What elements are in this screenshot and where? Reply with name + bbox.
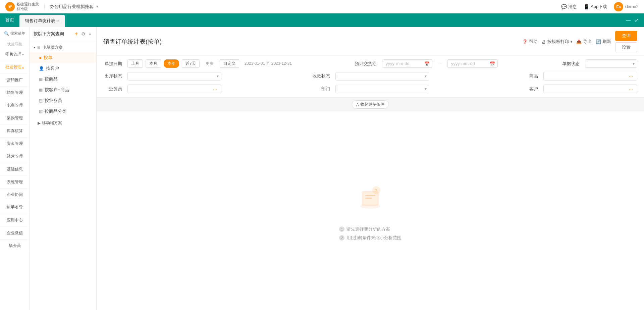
receipt-status-select[interactable] [335,72,429,81]
help-icon: ❓ [522,39,528,44]
query-btn[interactable]: 查询 [615,31,637,41]
scheme-item-product[interactable]: ▦ 按商品 [30,74,96,85]
scheme-item-customer-product[interactable]: ▦ 按客户+商品 [30,85,96,95]
customer-label: 客户 [519,86,538,92]
help-btn[interactable]: ❓ 帮助 [522,39,538,45]
export-btn[interactable]: 📤 导出 [576,39,592,45]
date-btn-thismonth[interactable]: 本月 [146,59,161,68]
scheme-panel-actions: + ⚙ « [74,30,92,38]
sidebar-item-operations[interactable]: 经营管理 [0,150,29,163]
tab-bar-actions: — ⤢ [626,17,639,23]
print-arrow-icon: ▾ [571,40,572,44]
date-btn-more[interactable]: 更多 [202,60,217,67]
settings-btn[interactable]: 设置 [615,42,637,52]
sidebar-item-system[interactable]: 系统管理 [0,176,29,189]
sidebar-item-inventory[interactable]: 库存核算 [0,125,29,138]
date-btn-thisyear[interactable]: 本年 [164,59,179,68]
tab-active[interactable]: 销售订单统计表 × [19,15,65,27]
scheme-item-product-category[interactable]: ▧ 按商品分类 [30,106,96,117]
action-buttons: 查询 设置 [615,31,637,52]
search-menu-btn[interactable]: 🔍 搜索菜单 [3,30,26,37]
sidebar: 🔍 搜索菜单 快捷导航 零售管理 ▾ 批发管理 ▴ 营销推广 销售管理 电商管理… [0,27,30,310]
search-icon: 🔍 [4,31,9,36]
date-btn-last7[interactable]: 近7天 [182,59,200,68]
collapse-up-icon: ⋀ [356,103,359,106]
tab-maximize-btn[interactable]: ⤢ [635,17,639,23]
customer-more-btn[interactable]: ··· [628,86,634,92]
sidebar-item-ecommerce[interactable]: 电商管理 [0,99,29,112]
tab-close-icon[interactable]: × [57,19,59,23]
scheme-group-mobile-header[interactable]: ▶ 移动端方案 [30,118,96,128]
collapse-more-btn[interactable]: ⋀ 收起更多条件 [352,100,389,109]
customer-icon: 👤 [39,66,44,71]
user-menu[interactable]: Ea demo2 [614,2,639,11]
sidebar-item-sales[interactable]: 销售管理 [0,87,29,99]
sidebar-nav-label: 快捷导航 [0,40,29,48]
scheme-settings-btn[interactable]: ⚙ [80,30,86,38]
date-btn-custom[interactable]: 自定义 [220,59,239,68]
sidebar-item-wxwork[interactable]: 企业微信 [0,227,29,240]
expand-icon: ▾ [34,46,35,49]
app-download-btn[interactable]: 📱 App下载 [584,4,607,10]
print-btn[interactable]: 🖨 按模板打印 ▾ [542,39,572,45]
scheme-item-order[interactable]: ● 按单 [30,52,96,63]
logo-text: 畅捷通好生意 标准版 [17,2,39,11]
dept-select[interactable] [335,85,429,93]
empty-state: ? 1 请先选择要分析的方案 2 用[过滤]条件来缩小分析范围 [97,111,644,310]
sidebar-item-retail[interactable]: 零售管理 ▾ [0,48,29,61]
empty-tips: 1 请先选择要分析的方案 2 用[过滤]条件来缩小分析范围 [339,226,401,241]
print-icon: 🖨 [542,39,546,44]
filter-row-2: 出库状态 收款状态 商品 ··· [103,72,637,81]
product-input[interactable] [546,74,628,79]
salesperson-input[interactable] [130,87,212,92]
out-status-select[interactable] [127,72,221,81]
doc-status-select[interactable] [585,59,637,68]
out-status-select-wrap [127,72,221,81]
pc-icon: 🖥 [37,45,41,50]
scheme-item-customer[interactable]: 👤 按客户 [30,63,96,74]
date-range-text: 2023-01-01 至 2023-12-31 [245,61,292,66]
logo-area: 好 畅捷通好生意 标准版 [5,2,39,11]
dept-label: 部门 [311,86,330,92]
sidebar-search-area: 🔍 搜索菜单 [0,27,29,40]
top-bar-right: 💬 消息 📱 App下载 Ea demo2 [561,2,639,11]
expected-delivery-label: 预计交货期 [355,61,377,67]
tab-minimize-btn[interactable]: — [626,17,631,23]
customer-input[interactable] [546,87,628,92]
out-status-label: 出库状态 [103,73,122,79]
filter-area: 单据日期 上月 本月 本年 近7天 更多 自定义 2023-01-01 至 20… [97,55,644,98]
sidebar-item-member[interactable]: 畅会员 [0,240,29,252]
product-input-wrap: ··· [543,72,637,81]
product-more-btn[interactable]: ··· [628,73,634,79]
sidebar-item-enterprise[interactable]: 企业协同 [0,189,29,201]
msg-btn[interactable]: 💬 消息 [561,4,577,10]
date-btn-lastmonth[interactable]: 上月 [127,59,143,68]
top-title-arrow[interactable]: ▾ [96,4,98,9]
sidebar-item-marketing[interactable]: 营销推广 [0,74,29,87]
tab-home[interactable]: 首页 [0,13,19,27]
filter-row-3: 业务员 ··· 部门 客户 ··· [103,85,637,93]
sidebar-item-appcenter[interactable]: 应用中心 [0,214,29,227]
product-label: 商品 [519,73,538,79]
app-logo: 好 [5,2,15,11]
scheme-add-btn[interactable]: + [74,30,78,38]
svg-rect-3 [365,195,375,196]
dept-select-wrap [335,85,429,93]
scheme-item-salesperson[interactable]: ▤ 按业务员 [30,95,96,106]
sidebar-item-newbie[interactable]: 新手引导 [0,201,29,214]
sidebar-item-wholesale[interactable]: 批发管理 ▴ [0,61,29,74]
sidebar-item-basic[interactable]: 基础信息 [0,163,29,176]
date-btn-group: 上月 本月 本年 近7天 更多 自定义 [127,59,239,68]
sidebar-item-finance[interactable]: 资金管理 [0,138,29,150]
salesperson-more-btn[interactable]: ··· [212,86,218,92]
scheme-collapse-btn[interactable]: « [88,30,92,38]
sidebar-item-purchase[interactable]: 采购管理 [0,112,29,125]
chevron-right-icon: ▶ [38,121,41,125]
main-content: 销售订单统计表(按单) ❓ 帮助 🖨 按模板打印 ▾ 📤 导出 [97,27,644,310]
refresh-btn[interactable]: 🔄 刷新 [596,39,611,45]
staff-icon: ▤ [39,98,43,103]
tip-2-num: 2 [339,235,344,241]
empty-illustration: ? [354,181,387,221]
content-area: 按以下方案查询 + ⚙ « ▾ 🖥 电脑端方案 [30,27,644,310]
scheme-group-pc-header[interactable]: ▾ 🖥 电脑端方案 [30,43,96,52]
